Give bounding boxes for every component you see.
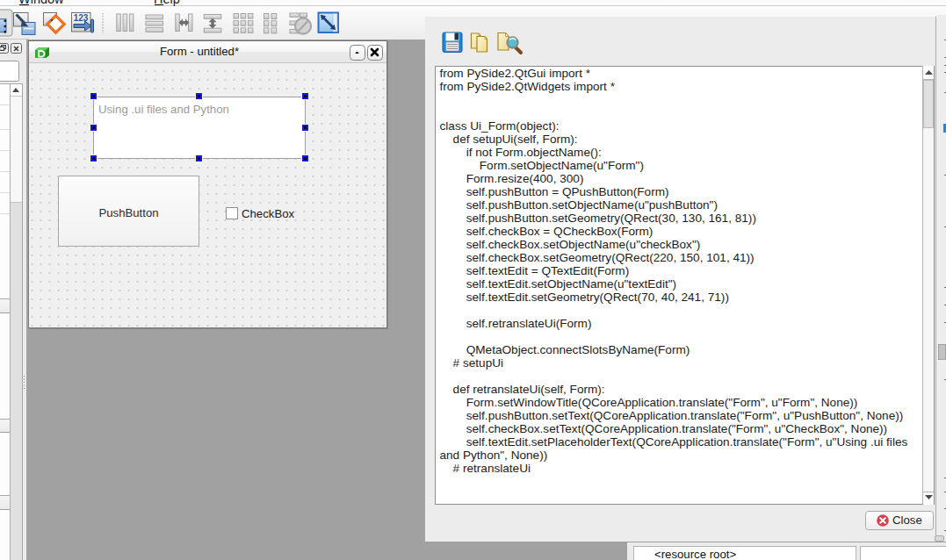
svg-text:123: 123	[74, 13, 89, 23]
